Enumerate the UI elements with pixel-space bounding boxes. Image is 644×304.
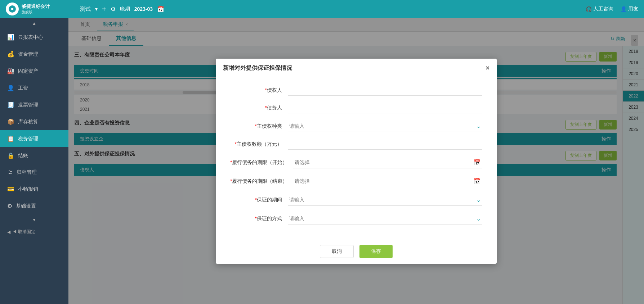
sidebar-item-tax[interactable]: 📋 税务管理	[0, 130, 68, 147]
debt-end-label: *履行债务的期限（结束）	[230, 178, 293, 185]
header-right: 🎧 人工咨询 👤 用友	[586, 6, 638, 12]
creditor-input[interactable]	[288, 85, 482, 96]
required-mark-period: *	[255, 197, 257, 203]
logo-text: 畅捷通好会计	[22, 3, 50, 10]
sidebar-item-label: 库存核算	[18, 119, 38, 125]
modal-close-button[interactable]: ×	[486, 64, 489, 72]
debt-start-date-input[interactable]	[295, 159, 474, 165]
sidebar-item-label: 结账	[18, 153, 28, 159]
debt-type-input[interactable]	[289, 123, 476, 129]
sidebar-item-archive[interactable]: 🗂 归档管理	[0, 164, 68, 181]
sidebar-item-label: 工资	[18, 85, 28, 91]
sidebar-item-label: 小畅报销	[18, 186, 38, 192]
modal-footer: 取消 保存	[216, 239, 497, 264]
guarantee-period-select-wrapper[interactable]: ⌄	[288, 194, 482, 206]
sidebar-item-closing[interactable]: 🔒 结账	[0, 147, 68, 164]
fund-icon: 💰	[7, 51, 14, 58]
sidebar-item-inventory[interactable]: 📦 库存核算	[0, 113, 68, 130]
user-icon: 👤	[621, 6, 627, 12]
form-row-debt-end: *履行债务的期限（结束） 📅	[230, 176, 482, 187]
guarantee-period-label: *保证的期间	[230, 197, 288, 203]
debt-amount-input[interactable]	[288, 139, 482, 150]
form-row-guarantee-period: *保证的期间 ⌄	[230, 194, 482, 206]
guarantee-method-label: *保证的方式	[230, 215, 288, 222]
modal-body: *债权人 *债务人 *主债权种类	[216, 78, 497, 239]
modal-overlay: 新增对外提供保证担保情况 × *债权人 *债务人	[68, 18, 644, 304]
debt-start-date-wrapper[interactable]: 📅	[293, 157, 482, 168]
settings-icon[interactable]: ⚙	[111, 6, 116, 13]
fixed-asset-icon: 🏭	[7, 68, 14, 74]
debt-type-select-wrapper[interactable]: ⌄	[288, 121, 482, 132]
tax-icon: 📋	[7, 135, 14, 142]
calendar-icon[interactable]: 📅	[157, 6, 164, 13]
creditor-label: *债权人	[230, 87, 288, 94]
archive-icon: 🗂	[7, 169, 13, 176]
debtor-label: *债务人	[230, 105, 288, 111]
debt-type-chevron-icon: ⌄	[476, 123, 481, 130]
closing-icon: 🔒	[7, 152, 14, 159]
main-content: 首页 税务申报 × 基础信息 其他信息 ↻ 刷新 ×	[68, 18, 644, 304]
sidebar-scroll-up[interactable]: ▲	[0, 18, 68, 29]
chevron-icon[interactable]: ▾	[95, 6, 98, 12]
form-row-guarantee-method: *保证的方式 ⌄	[230, 213, 482, 224]
support-button[interactable]: 🎧 人工咨询	[586, 6, 613, 12]
form-row-creditor: *债权人	[230, 85, 482, 96]
sidebar-item-label: 云报表中心	[18, 34, 43, 41]
cancel-button[interactable]: 取消	[320, 245, 354, 258]
save-button[interactable]: 保存	[359, 245, 393, 258]
debtor-input[interactable]	[288, 103, 482, 113]
form-row-debt-start: *履行债务的期限（开始） 📅	[230, 157, 482, 168]
user-button[interactable]: 👤 用友	[621, 6, 638, 12]
modal-header: 新增对外提供保证担保情况 ×	[216, 59, 497, 78]
sidebar-item-cloud-report[interactable]: 📊 云报表中心	[0, 29, 68, 46]
account-period-value: 2023-03	[134, 6, 153, 12]
sidebar-item-label: 基础设置	[16, 203, 36, 209]
cloud-report-icon: 📊	[7, 34, 14, 41]
sidebar-item-label: 资金管理	[18, 51, 38, 58]
required-mark-method: *	[255, 215, 257, 221]
add-guarantee-modal: 新增对外提供保证担保情况 × *债权人 *债务人	[216, 59, 497, 264]
main-layout: ▲ 📊 云报表中心 💰 资金管理 🏭 固定资产 👤 工资 🧾 发票管理 📦 库存…	[0, 18, 644, 304]
payroll-icon: 👤	[7, 85, 14, 91]
debt-amount-label: *主债权数额（万元）	[230, 141, 288, 148]
sidebar-scroll-down[interactable]: ▼	[0, 214, 68, 225]
guarantee-method-chevron-icon: ⌄	[476, 215, 481, 222]
sidebar-item-settings[interactable]: ⚙ 基础设置	[0, 198, 68, 214]
pin-icon: ◀	[7, 230, 10, 235]
user-label: 用友	[628, 6, 638, 12]
sidebar-item-fixed-asset[interactable]: 🏭 固定资产	[0, 63, 68, 80]
modal-title: 新增对外提供保证担保情况	[223, 64, 292, 72]
debt-end-date-input[interactable]	[295, 178, 474, 184]
sidebar-pin-toggle[interactable]: ◀ ◀ 取消固定	[0, 225, 68, 239]
sidebar-item-fund[interactable]: 💰 资金管理	[0, 46, 68, 63]
guarantee-period-input[interactable]	[289, 197, 476, 203]
sidebar-item-label: 归档管理	[17, 169, 37, 176]
headset-icon: 🎧	[586, 6, 592, 12]
expense-icon: 💳	[7, 186, 14, 192]
debt-end-calendar-icon: 📅	[474, 178, 481, 185]
required-mark-end: *	[230, 178, 232, 184]
guarantee-period-chevron-icon: ⌄	[476, 196, 481, 203]
required-mark-debt-type: *	[255, 123, 257, 129]
sidebar-item-label: 发票管理	[18, 102, 38, 108]
account-period-label: 账期	[120, 6, 130, 12]
guarantee-method-select-wrapper[interactable]: ⌄	[288, 213, 482, 224]
form-row-debt-amount: *主债权数额（万元）	[230, 139, 482, 150]
add-icon[interactable]: +	[102, 5, 106, 13]
pin-label: ◀ 取消固定	[13, 229, 35, 235]
required-mark-amount: *	[235, 141, 237, 147]
guarantee-method-input[interactable]	[289, 215, 476, 221]
form-row-debtor: *债务人	[230, 103, 482, 113]
logo-icon	[6, 3, 19, 15]
logo-area: 畅捷通好会计 旗舰版	[6, 3, 74, 15]
required-mark-creditor: *	[265, 87, 267, 93]
sidebar-item-expense[interactable]: 💳 小畅报销	[0, 181, 68, 198]
sidebar-item-payroll[interactable]: 👤 工资	[0, 80, 68, 96]
logo-sub: 旗舰版	[22, 10, 50, 15]
debt-type-label: *主债权种类	[230, 123, 288, 130]
sidebar-item-label: 税务管理	[18, 136, 38, 142]
debt-end-date-wrapper[interactable]: 📅	[293, 176, 482, 187]
header-mid: 测试 ▾ + ⚙ 账期 2023-03 📅	[80, 5, 580, 13]
sidebar-item-label: 固定资产	[18, 68, 38, 74]
sidebar-item-invoice[interactable]: 🧾 发票管理	[0, 96, 68, 113]
